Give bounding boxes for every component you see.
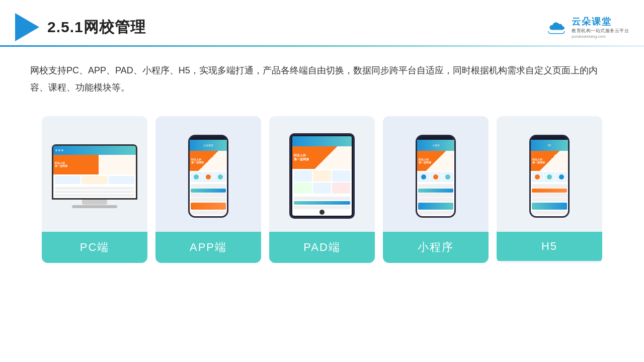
- pc-base: [72, 205, 117, 208]
- card-miniapp: 小程序 职达人的第一堂网课: [383, 116, 489, 263]
- tablet-home-button: [319, 210, 325, 215]
- header-left: 2.5.1网校管理: [15, 13, 146, 41]
- cloud-main-text: 云朵课堂: [572, 16, 612, 28]
- cloud-url-text: yunduoketang.com: [572, 34, 606, 39]
- card-miniapp-label: 小程序: [383, 232, 489, 263]
- miniapp-phone-mockup: 小程序 职达人的第一堂网课: [416, 135, 456, 218]
- miniapp-phone-screen: 小程序 职达人的第一堂网课: [417, 140, 454, 216]
- miniapp-phone-notch: [430, 137, 442, 140]
- app-phone-mockup: 云朵课堂 职达人的第一堂网课: [188, 135, 228, 218]
- h5-phone-screen: H5 职达人的第一堂网课: [531, 140, 568, 216]
- page-title: 2.5.1网校管理: [47, 17, 146, 38]
- card-pad: 职达人的第一堂网课: [269, 116, 375, 263]
- card-h5-label: H5: [497, 232, 602, 261]
- card-miniapp-image: 小程序 职达人的第一堂网课: [383, 116, 489, 232]
- card-pc-label: PC端: [42, 232, 147, 263]
- cloud-logo: 云朵课堂 教育机构一站式服务云平台 yunduoketang.com: [544, 16, 629, 39]
- card-pc: 职达人的第一堂网课: [42, 116, 147, 263]
- card-pc-image: 职达人的第一堂网课: [42, 116, 147, 232]
- card-app-image: 云朵课堂 职达人的第一堂网课: [155, 116, 261, 232]
- card-app: 云朵课堂 职达人的第一堂网课: [155, 116, 261, 263]
- app-phone-body: 云朵课堂 职达人的第一堂网课: [188, 135, 228, 218]
- h5-phone-notch: [543, 137, 555, 140]
- description: 网校支持PC、APP、PAD、小程序、H5，实现多端打通，产品各终端自由切换，数…: [0, 47, 644, 101]
- card-h5: H5 职达人的第一堂网课: [497, 116, 602, 263]
- miniapp-phone-body: 小程序 职达人的第一堂网课: [416, 135, 456, 218]
- cards-container: 职达人的第一堂网课: [0, 101, 644, 273]
- pad-tablet-mockup: 职达人的第一堂网课: [289, 133, 355, 219]
- card-pad-label: PAD端: [269, 232, 375, 263]
- pc-monitor: 职达人的第一堂网课: [52, 144, 137, 200]
- pc-stand: [82, 200, 107, 205]
- cloud-icon: [544, 18, 569, 36]
- card-app-label: APP端: [155, 232, 261, 263]
- brand-triangle-icon: [15, 13, 39, 41]
- card-h5-image: H5 职达人的第一堂网课: [497, 116, 602, 232]
- h5-phone-body: H5 职达人的第一堂网课: [529, 135, 570, 218]
- app-phone-notch: [202, 137, 214, 140]
- pc-screen: 职达人的第一堂网课: [53, 146, 136, 198]
- pad-tablet-screen: 职达人的第一堂网课: [292, 136, 352, 216]
- card-pad-image: 职达人的第一堂网课: [269, 116, 375, 232]
- header: 2.5.1网校管理 云朵课堂 教育机构一站式服务云平台 yunduoketang…: [0, 0, 644, 45]
- pad-tablet-body: 职达人的第一堂网课: [289, 133, 355, 219]
- cloud-sub-text: 教育机构一站式服务云平台: [572, 28, 629, 34]
- pc-mockup: 职达人的第一堂网课: [49, 144, 140, 208]
- cloud-text-block: 云朵课堂 教育机构一站式服务云平台 yunduoketang.com: [572, 16, 629, 39]
- app-phone-screen: 云朵课堂 职达人的第一堂网课: [190, 140, 227, 216]
- h5-phone-mockup: H5 职达人的第一堂网课: [529, 135, 570, 218]
